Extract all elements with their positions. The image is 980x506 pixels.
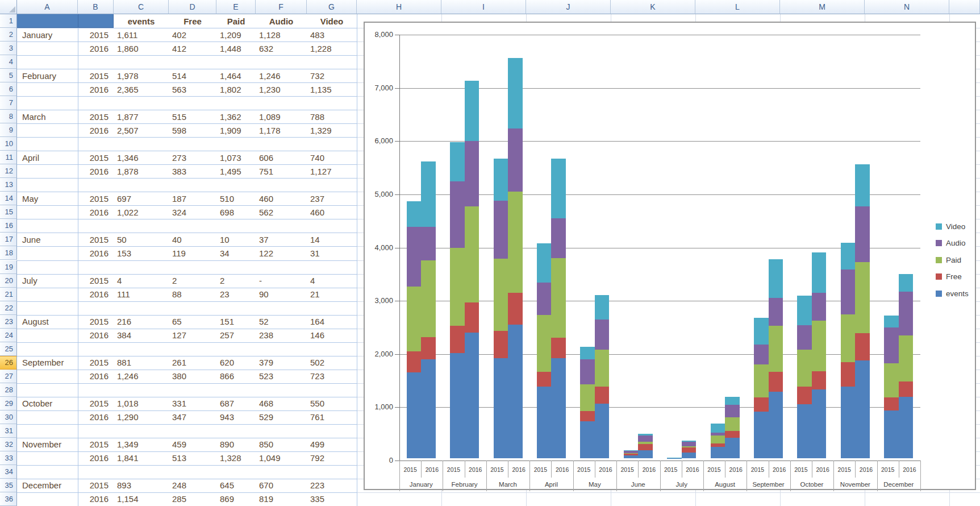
row-header-22[interactable]: 22 bbox=[0, 301, 17, 315]
cell-value[interactable]: 1,073 bbox=[216, 151, 256, 164]
row-header-15[interactable]: 15 bbox=[0, 205, 17, 219]
bar-segment-Audio-August-2015[interactable] bbox=[711, 433, 725, 436]
header-cell-Paid[interactable]: Paid bbox=[216, 14, 256, 28]
bar-segment-Audio-September-2016[interactable] bbox=[769, 298, 783, 326]
cell-value[interactable]: 513 bbox=[169, 451, 216, 465]
column-header-E[interactable]: E bbox=[216, 0, 256, 14]
legend-item-events[interactable]: events bbox=[936, 289, 969, 298]
bar-segment-Paid-November-2016[interactable] bbox=[855, 262, 870, 333]
bar-segment-Paid-December-2015[interactable] bbox=[884, 363, 899, 397]
column-header-M[interactable]: M bbox=[780, 0, 865, 14]
column-header-I[interactable]: I bbox=[441, 0, 526, 14]
cell-value[interactable]: 943 bbox=[216, 410, 256, 424]
cell-value[interactable]: 1,841 bbox=[114, 451, 169, 465]
bar-segment-Video-December-2015[interactable] bbox=[884, 316, 899, 327]
column-header-H[interactable]: H bbox=[357, 0, 441, 14]
bar-segment-events-November-2016[interactable] bbox=[855, 360, 870, 458]
cell-value[interactable]: 1,877 bbox=[114, 110, 169, 123]
cell-year[interactable]: 2015 bbox=[78, 192, 114, 205]
bar-segment-Free-March-2016[interactable] bbox=[508, 293, 523, 325]
bar-segment-Paid-October-2015[interactable] bbox=[797, 350, 812, 386]
bar-July-2016[interactable] bbox=[682, 32, 697, 458]
bar-segment-Video-May-2015[interactable] bbox=[580, 347, 595, 359]
bar-segment-Audio-May-2015[interactable] bbox=[580, 359, 595, 384]
bar-segment-Video-February-2015[interactable] bbox=[450, 142, 465, 181]
cell-value[interactable]: 1,246 bbox=[256, 69, 307, 82]
cell-year[interactable]: 2016 bbox=[78, 246, 114, 260]
column-header-F[interactable]: F bbox=[256, 0, 307, 14]
cell-value[interactable]: 1,128 bbox=[256, 28, 307, 42]
bar-March-2015[interactable] bbox=[494, 32, 508, 458]
header-cell-Audio[interactable]: Audio bbox=[256, 14, 307, 28]
bar-segment-Audio-August-2016[interactable] bbox=[725, 405, 740, 417]
bar-segment-events-July-2016[interactable] bbox=[682, 453, 697, 458]
bar-segment-events-January-2015[interactable] bbox=[407, 372, 422, 458]
row-header-7[interactable]: 7 bbox=[0, 96, 17, 110]
row-header-35[interactable]: 35 bbox=[0, 479, 17, 492]
bar-segment-Free-February-2015[interactable] bbox=[450, 326, 465, 353]
row-header-23[interactable]: 23 bbox=[0, 315, 17, 329]
bar-segment-Free-January-2016[interactable] bbox=[421, 337, 436, 359]
bar-June-2016[interactable] bbox=[638, 32, 653, 458]
bar-segment-events-May-2015[interactable] bbox=[580, 421, 595, 458]
bar-segment-Paid-June-2016[interactable] bbox=[638, 442, 653, 443]
cell-value[interactable]: 645 bbox=[216, 479, 256, 492]
cell-value[interactable]: 238 bbox=[256, 329, 307, 342]
cell-year[interactable]: 2015 bbox=[78, 397, 114, 410]
cell-value[interactable]: 384 bbox=[114, 329, 169, 342]
cell-year[interactable]: 2016 bbox=[78, 288, 114, 301]
bar-segment-events-April-2016[interactable] bbox=[551, 358, 566, 458]
cell-value[interactable]: 90 bbox=[256, 288, 307, 301]
cell-value[interactable]: 1,878 bbox=[114, 164, 169, 178]
cell-value[interactable]: 164 bbox=[307, 315, 357, 329]
bar-segment-Video-September-2016[interactable] bbox=[769, 259, 783, 298]
bar-segment-Paid-December-2016[interactable] bbox=[899, 335, 914, 381]
bar-September-2015[interactable] bbox=[754, 32, 769, 458]
cell-value[interactable]: 1,909 bbox=[216, 123, 256, 137]
cell-month-June[interactable]: June bbox=[17, 233, 78, 246]
row-header-20[interactable]: 20 bbox=[0, 274, 17, 288]
bar-segment-Audio-May-2016[interactable] bbox=[595, 320, 610, 350]
bar-segment-events-February-2016[interactable] bbox=[465, 333, 479, 458]
bar-segment-Paid-March-2015[interactable] bbox=[494, 259, 508, 331]
cell-value[interactable]: 1,802 bbox=[216, 82, 256, 96]
cell-value[interactable]: 151 bbox=[216, 315, 256, 329]
cell-month-May[interactable]: May bbox=[17, 192, 78, 205]
cell-value[interactable]: 1,154 bbox=[114, 492, 169, 506]
bar-segment-Audio-June-2016[interactable] bbox=[638, 436, 653, 442]
row-header-28[interactable]: 28 bbox=[0, 383, 17, 397]
cell-value[interactable]: 65 bbox=[169, 315, 216, 329]
cell-month-November[interactable]: November bbox=[17, 438, 78, 451]
cell-year[interactable]: 2016 bbox=[78, 329, 114, 342]
cell-value[interactable]: 1,178 bbox=[256, 123, 307, 137]
row-header-34[interactable]: 34 bbox=[0, 465, 17, 479]
bar-segment-Paid-February-2016[interactable] bbox=[465, 206, 479, 302]
row-header-18[interactable]: 18 bbox=[0, 246, 17, 260]
cell-value[interactable]: 50 bbox=[114, 233, 169, 246]
bar-segment-Free-June-2016[interactable] bbox=[638, 444, 653, 450]
bar-March-2016[interactable] bbox=[508, 32, 523, 458]
cell-value[interactable]: 111 bbox=[114, 288, 169, 301]
bar-segment-Video-November-2015[interactable] bbox=[841, 243, 856, 269]
row-header-13[interactable]: 13 bbox=[0, 178, 17, 192]
cell-value[interactable]: 850 bbox=[256, 438, 307, 451]
cell-value[interactable]: 23 bbox=[216, 288, 256, 301]
bar-segment-events-August-2016[interactable] bbox=[725, 438, 740, 458]
cell-value[interactable]: 2,507 bbox=[114, 123, 169, 137]
row-header-9[interactable]: 9 bbox=[0, 123, 17, 137]
cell-year[interactable]: 2015 bbox=[78, 438, 114, 451]
cell-value[interactable]: 1,135 bbox=[307, 82, 357, 96]
row-header-17[interactable]: 17 bbox=[0, 233, 17, 246]
bar-July-2015[interactable] bbox=[667, 32, 682, 458]
cell-value[interactable]: 1,127 bbox=[307, 164, 357, 178]
row-header-25[interactable]: 25 bbox=[0, 342, 17, 356]
row-header-21[interactable]: 21 bbox=[0, 288, 17, 301]
cell-year[interactable]: 2016 bbox=[78, 82, 114, 96]
cell-value[interactable]: 216 bbox=[114, 315, 169, 329]
cell-value[interactable]: 88 bbox=[169, 288, 216, 301]
cell-value[interactable]: 514 bbox=[169, 69, 216, 82]
bar-February-2015[interactable] bbox=[450, 32, 465, 458]
cell-value[interactable]: 52 bbox=[256, 315, 307, 329]
bar-segment-Audio-March-2016[interactable] bbox=[508, 128, 523, 191]
column-header-D[interactable]: D bbox=[169, 0, 216, 14]
